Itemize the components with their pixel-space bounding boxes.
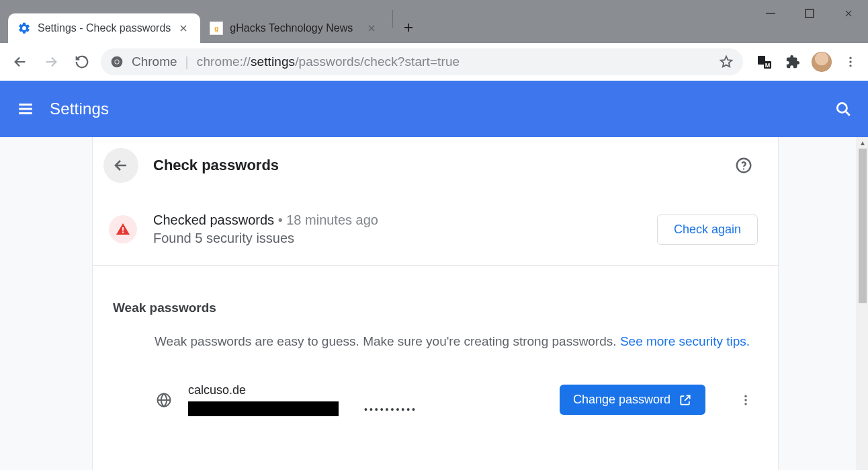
gear-icon: [17, 22, 31, 35]
svg-point-9: [849, 61, 851, 63]
svg-rect-0: [766, 13, 775, 14]
security-tips-link[interactable]: See more security tips.: [620, 334, 750, 348]
svg-point-17: [744, 395, 746, 397]
svg-point-13: [743, 168, 744, 169]
globe-icon: [155, 391, 173, 409]
redacted-username: [188, 401, 339, 416]
scroll-up-icon[interactable]: ▲: [857, 137, 868, 149]
browser-titlebar: Settings - Check passwords g gHacks Tech…: [0, 0, 868, 43]
close-icon[interactable]: [365, 22, 378, 34]
toolbar-actions: M: [750, 52, 860, 72]
settings-title: Settings: [50, 100, 109, 118]
chrome-menu-icon[interactable]: [841, 52, 860, 71]
vertical-separator: |: [185, 54, 189, 70]
reload-button[interactable]: [70, 50, 94, 74]
tab-settings-passwords[interactable]: Settings - Check passwords: [8, 13, 200, 43]
browser-toolbar: Chrome | chrome://settings/passwords/che…: [0, 43, 868, 81]
svg-point-19: [744, 403, 746, 405]
svg-point-4: [115, 60, 118, 63]
weak-passwords-heading: Weak passwords: [93, 266, 778, 315]
menu-icon[interactable]: [16, 100, 35, 118]
window-close-button[interactable]: [829, 0, 868, 27]
scrollbar[interactable]: ▲: [857, 137, 868, 470]
tab-separator: [392, 10, 393, 28]
svg-rect-15: [122, 232, 124, 233]
more-options-icon[interactable]: [734, 388, 758, 412]
url-scheme-label: Chrome: [132, 54, 177, 69]
forward-button[interactable]: [39, 50, 63, 74]
check-again-button[interactable]: Check again: [657, 214, 758, 245]
help-icon[interactable]: [735, 157, 752, 174]
warning-icon: [109, 215, 137, 243]
scroll-thumb[interactable]: [859, 149, 867, 303]
svg-text:M: M: [765, 62, 771, 69]
address-bar[interactable]: Chrome | chrome://settings/passwords/che…: [101, 48, 743, 75]
profile-avatar[interactable]: [812, 52, 832, 72]
password-entry-row: calcuso.de •••••••••• Change password: [93, 351, 778, 416]
chrome-icon: [110, 55, 124, 69]
bookmark-star-icon[interactable]: [719, 54, 734, 69]
extensions-puzzle-icon[interactable]: [783, 52, 802, 71]
check-status-row: Checked passwords • 18 minutes ago Found…: [93, 194, 778, 265]
settings-stage: Check passwords Checked passwords • 18 m…: [0, 137, 857, 470]
settings-app-header: Settings: [0, 81, 868, 137]
url-text: chrome://settings/passwords/check?start=…: [197, 54, 460, 69]
status-headline: Checked passwords: [153, 212, 274, 227]
maximize-button[interactable]: [790, 0, 829, 27]
status-time: 18 minutes ago: [286, 212, 378, 227]
site-domain: calcuso.de: [188, 383, 345, 397]
close-icon[interactable]: [177, 22, 189, 34]
tab-ghacks[interactable]: g gHacks Technology News: [200, 13, 388, 43]
weak-passwords-description: Weak passwords are easy to guess. Make s…: [93, 315, 778, 351]
new-tab-button[interactable]: [397, 16, 420, 39]
back-button[interactable]: [103, 148, 138, 183]
status-issues: Found 5 security issues: [153, 231, 378, 246]
svg-point-11: [837, 103, 847, 112]
svg-rect-14: [122, 227, 124, 231]
search-icon[interactable]: [834, 100, 852, 118]
back-button[interactable]: [8, 50, 32, 74]
tab-title: gHacks Technology News: [230, 22, 353, 34]
window-controls: [751, 0, 868, 27]
minimize-button[interactable]: [751, 0, 790, 27]
extension-icon[interactable]: M: [755, 52, 774, 71]
tab-strip: Settings - Check passwords g gHacks Tech…: [0, 0, 420, 43]
svg-point-10: [849, 65, 851, 67]
page-title: Check passwords: [153, 157, 279, 174]
settings-card: Check passwords Checked passwords • 18 m…: [93, 137, 778, 470]
tab-title: Settings - Check passwords: [38, 22, 171, 34]
status-text: Checked passwords • 18 minutes ago Found…: [153, 212, 378, 246]
svg-point-8: [849, 57, 851, 59]
svg-rect-1: [806, 9, 814, 17]
site-icon: g: [210, 22, 223, 35]
card-header: Check passwords: [93, 137, 778, 194]
masked-password: ••••••••••: [364, 404, 417, 416]
change-password-button[interactable]: Change password: [560, 385, 705, 415]
external-link-icon: [679, 393, 692, 407]
svg-point-18: [744, 399, 746, 401]
